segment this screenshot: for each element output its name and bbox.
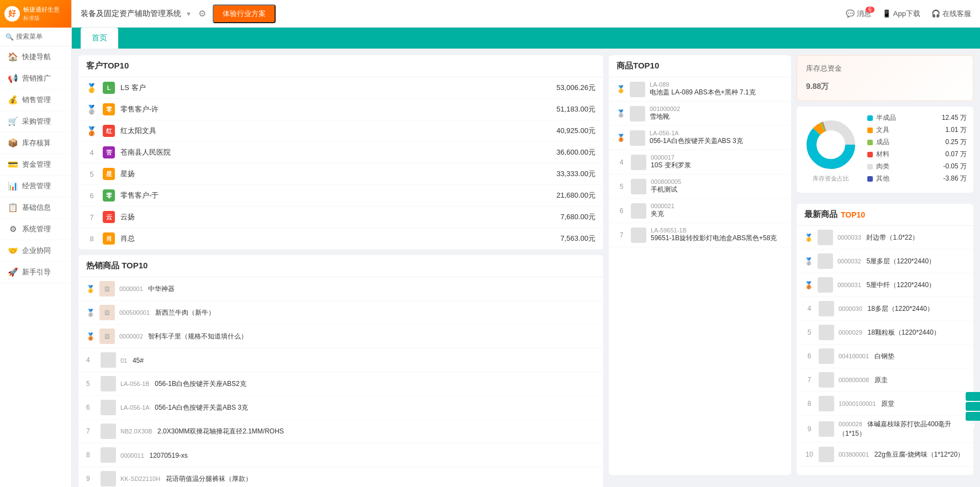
customer-avatar: L — [103, 82, 115, 94]
product-name: 056-1A白色按键开关盖ABS 3克 — [155, 404, 248, 411]
message-button[interactable]: 💬 消息 6 — [846, 9, 871, 19]
customer-amount: 7,680.00元 — [560, 212, 596, 222]
product-info: 01 45# — [120, 356, 596, 364]
product-code: 0000017 — [651, 154, 783, 161]
chart-legend: 半成品 12.45 万 文具 1.01 万 成品 0.25 万 材料 0.07 … — [867, 113, 967, 186]
product-code: 001000002 — [650, 105, 783, 112]
customer-name: 零售客户-于 — [120, 190, 551, 200]
product-thumb — [819, 325, 834, 340]
handshake-icon: 🤝 — [8, 246, 18, 256]
online-service-button[interactable]: 🎧 在线客服 — [931, 9, 971, 19]
hot-product-row: 🥉 🖼 0000002 智利车子里（规格不知道填什么） — [78, 325, 603, 348]
sidebar-item-inventory[interactable]: 📦 库存核算 — [0, 133, 71, 154]
hot-products-card: 热销商品 TOP10 🥇 🖼 0000001 中华神器 🥈 🖼 00050000… — [78, 255, 603, 487]
app-download-button[interactable]: 📱 App下载 — [882, 9, 920, 19]
product-placeholder — [101, 447, 116, 463]
product-name: 白钢垫 — [874, 352, 894, 360]
right-panel: 库存总资金 9.88万 — [797, 55, 973, 480]
new-product-row: 6 004100001 白钢垫 — [797, 345, 973, 368]
customer-amount: 40,925.00元 — [556, 126, 596, 136]
sidebar-item-basic-info[interactable]: 📋 基础信息 — [0, 197, 71, 219]
service-community-btn[interactable]: 服务社区 — [966, 402, 980, 411]
product-top10-title: 商品TOP10 — [609, 55, 791, 77]
customer-rank-list: 🥇 L LS 客户 53,006.26元 🥈 零 零售客户-许 51,183.0… — [78, 77, 603, 250]
hot-product-row: 🥇 🖼 0000001 中华神器 — [78, 277, 603, 301]
product-info: 10000100001 原堂 — [839, 399, 966, 409]
cart-icon: 🛒 — [8, 117, 18, 126]
product-rank-list: 🥇 LA-089 电池盖 LA-089 ABS本色+黑种 7.1克 🥈 0010… — [609, 77, 791, 247]
sidebar-item-operation[interactable]: 📊 经营管理 — [0, 176, 71, 197]
legend-value: 0.25 万 — [945, 137, 967, 147]
product-thumb — [631, 155, 646, 170]
main-area: 装备及固定资产辅助管理系统 ▼ ⚙ 体验行业方案 💬 消息 6 📱 App下载 … — [72, 0, 980, 487]
customer-amount: 21,680.00元 — [556, 190, 596, 200]
product-name: 18颗粒板（1220*2440） — [867, 329, 940, 336]
product-name: 59651-1B旋转投影灯电池盒ABS黑色+58克 — [651, 234, 783, 243]
product-code: 0000021 — [651, 203, 783, 209]
customer-name: LS 客户 — [120, 83, 551, 93]
bronze-medal-icon: 🥉 — [86, 126, 97, 136]
customer-name: 苍南县人民医院 — [120, 147, 551, 157]
system-selector[interactable]: 装备及固定资产辅助管理系统 ▼ — [81, 9, 192, 19]
sidebar-item-guide[interactable]: 🚀 新手引导 — [0, 262, 71, 283]
new-product-row: 🥇 0000033 封边带（1.0*22） — [797, 226, 973, 250]
customer-avatar: 星 — [103, 168, 115, 180]
search-menu[interactable]: 🔍 搜索菜单 — [0, 28, 71, 46]
silver-medal-icon: 🥈 — [617, 109, 625, 118]
product-code: 0000011 — [120, 452, 144, 459]
hot-product-list: 🥇 🖼 0000001 中华神器 🥈 🖼 000500001 新西兰牛肉（新牛）… — [78, 277, 603, 487]
silver-medal-icon: 🥈 — [86, 104, 97, 115]
sidebar-item-purchase[interactable]: 🛒 采购管理 — [0, 111, 71, 133]
product-thumb — [819, 301, 834, 316]
sidebar-item-quick-nav[interactable]: 🏠 快捷导航 — [0, 46, 71, 68]
sidebar-item-cooperation[interactable]: 🤝 企业协同 — [0, 240, 71, 262]
product-thumb — [631, 179, 646, 194]
tab-home[interactable]: 首页 — [81, 28, 118, 49]
customer-avatar: 零 — [103, 189, 115, 202]
home-icon: 🏠 — [8, 52, 18, 62]
gold-medal-icon: 🥇 — [86, 83, 97, 93]
product-thumb — [631, 203, 646, 219]
hot-product-row: 5 LA-056-1B 056-1B白色按键开关座ABS2克 — [78, 372, 603, 396]
product-thumb — [818, 253, 833, 269]
legend-value: -0.05 万 — [943, 162, 967, 171]
product-info: LA-056-1A 056-1A白色按键开关盖ABS 3克 — [650, 130, 783, 146]
product-thumb — [819, 447, 834, 462]
product-name: 10S 变利罗浆 — [651, 161, 783, 170]
product-info: 0000017 10S 变利罗浆 — [651, 154, 783, 170]
message-icon: 💬 — [846, 9, 855, 18]
product-name: 花语萌值温分腿裤袜（厚款） — [166, 475, 252, 483]
product-name: 5厘多层（1220*2440） — [866, 257, 935, 265]
customer-name: 红太阳文具 — [120, 126, 551, 136]
legend-item: 半成品 12.45 万 — [867, 113, 967, 123]
product-info: 0000002 智利车子里（规格不知道填什么） — [119, 332, 596, 341]
customer-top10-card: 客户TOP10 🥇 L LS 客户 53,006.26元 🥈 零 零售客户-许 … — [78, 55, 603, 250]
sidebar-item-system[interactable]: ⚙ 系统管理 — [0, 219, 71, 240]
product-info: 0000028 体碱嘉枝味苏打饮品400毫升（1*15） — [839, 420, 966, 438]
mobile-icon: 📱 — [882, 9, 891, 18]
trial-button[interactable]: 体验行业方案 — [213, 4, 276, 23]
product-info: LA-089 电池盖 LA-089 ABS本色+黑种 7.1克 — [650, 81, 783, 97]
sidebar-item-sales[interactable]: 💰 销售管理 — [0, 89, 71, 111]
megaphone-icon: 📢 — [8, 73, 18, 83]
bronze-medal-icon: 🥉 — [804, 281, 813, 289]
product-name: 智利车子里（规格不知道填什么） — [148, 332, 247, 340]
bronze-medal-icon: 🥉 — [617, 134, 625, 142]
customer-amount: 7,563.00元 — [560, 234, 596, 244]
middle-panel: 商品TOP10 🥇 LA-089 电池盖 LA-089 ABS本色+黑种 7.1… — [609, 55, 791, 480]
hot-product-row: 7 NB2.0X30B 2.0X30MM双捶花轴捶花直径2.1MM/ROHS — [78, 420, 603, 443]
product-name: 18多层（1220*2440） — [867, 305, 933, 313]
customer-service-btn[interactable]: 客服热线 — [966, 392, 980, 401]
sales-icon: 💰 — [8, 95, 18, 105]
sidebar-item-finance[interactable]: 💳 资金管理 — [0, 154, 71, 176]
legend-item: 其他 -3.86 万 — [867, 174, 967, 183]
customer-amount: 36,600.00元 — [556, 147, 596, 157]
legend-label: 材料 — [876, 150, 942, 159]
inventory-chart-card: 库存资金占比 半成品 12.45 万 文具 1.01 万 成品 0.25 万 材… — [797, 107, 973, 193]
gold-medal-icon: 🥇 — [86, 285, 95, 293]
topbar-gear-icon[interactable]: ⚙ — [198, 8, 206, 19]
live-btn[interactable]: 直播 — [966, 412, 980, 421]
sidebar-item-marketing[interactable]: 📢 营销推广 — [0, 68, 71, 89]
product-info: LA-59651-1B 59651-1B旋转投影灯电池盒ABS黑色+58克 — [651, 227, 783, 243]
product-info: KK-SD22110H 花语萌值温分腿裤袜（厚款） — [120, 474, 596, 484]
